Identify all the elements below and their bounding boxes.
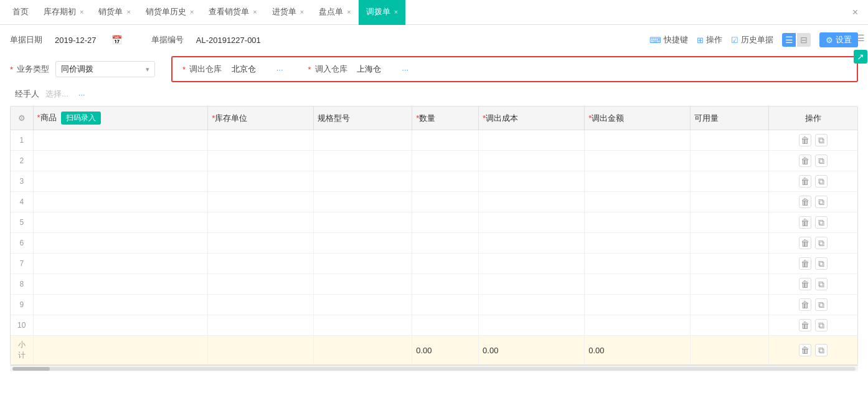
tab-sales-order[interactable]: 销货单 × [91,0,138,25]
cost-cell-9[interactable] [479,295,585,315]
unit-cell-8[interactable] [208,274,314,295]
amount-cell-7[interactable] [585,254,691,274]
spec-cell-8[interactable] [314,274,412,295]
settings-button[interactable]: ⚙ 设置 [819,32,858,47]
spec-cell-3[interactable] [314,171,412,192]
delete-button-3[interactable]: 🗑 [799,175,811,188]
copy-button-5[interactable]: ⧉ [815,216,828,229]
cost-cell-7[interactable] [479,254,585,274]
unit-cell-3[interactable] [208,171,314,192]
amount-cell-2[interactable] [585,151,691,171]
sidebar-list-icon[interactable]: ☰ [854,31,867,45]
sidebar-export-icon[interactable]: ↗ [854,50,867,64]
product-cell-6[interactable] [33,233,208,254]
unit-cell-10[interactable] [208,315,314,336]
spec-cell-5[interactable] [314,212,412,233]
available-cell-4[interactable] [691,192,769,212]
cost-cell-1[interactable] [479,130,585,151]
amount-cell-4[interactable] [585,192,691,212]
unit-cell-6[interactable] [208,233,314,254]
copy-button-6[interactable]: ⧉ [815,237,828,249]
tab-purchase-order[interactable]: 进货单 × [265,0,311,25]
table-settings-header[interactable]: ⚙ [11,107,33,130]
tab-home[interactable]: 首页 [5,0,36,25]
person-more-button[interactable]: ··· [78,90,85,99]
amount-cell-6[interactable] [585,233,691,254]
available-cell-7[interactable] [691,254,769,274]
cost-cell-3[interactable] [479,171,585,192]
amount-cell-10[interactable] [585,315,691,336]
delete-button-1[interactable]: 🗑 [799,134,811,146]
qty-cell-8[interactable] [412,274,479,295]
copy-button-4[interactable]: ⧉ [815,196,828,208]
grid-view-button[interactable]: ⊟ [797,33,811,47]
delete-button-5[interactable]: 🗑 [799,216,811,229]
transfer-in-value[interactable]: 上海仓 [357,64,394,75]
qty-cell-2[interactable] [412,151,479,171]
delete-button-10[interactable]: 🗑 [799,319,811,331]
window-close-button[interactable]: × [847,7,863,18]
product-cell-1[interactable] [33,130,208,151]
tab-close-stocktake[interactable]: × [347,8,351,16]
date-value[interactable]: 2019-12-27 [55,36,97,45]
cost-cell-10[interactable] [479,315,585,336]
cost-cell-8[interactable] [479,274,585,295]
spec-cell-7[interactable] [314,254,412,274]
qty-cell-3[interactable] [412,171,479,192]
unit-cell-1[interactable] [208,130,314,151]
copy-button-1[interactable]: ⧉ [815,134,828,146]
delete-button-11[interactable]: 🗑 [799,344,811,356]
delete-button-6[interactable]: 🗑 [799,237,811,249]
available-cell-3[interactable] [691,171,769,192]
available-cell-5[interactable] [691,212,769,233]
horizontal-scrollbar[interactable] [10,365,858,371]
qty-cell-5[interactable] [412,212,479,233]
copy-button-3[interactable]: ⧉ [815,175,828,188]
spec-cell-6[interactable] [314,233,412,254]
tab-close-purchase-order[interactable]: × [300,8,304,16]
amount-cell-1[interactable] [585,130,691,151]
tab-inventory-init[interactable]: 库存期初 × [36,0,91,25]
operation-button[interactable]: ⊞ 操作 [697,34,722,45]
product-cell-2[interactable] [33,151,208,171]
product-cell-4[interactable] [33,192,208,212]
spec-cell-2[interactable] [314,151,412,171]
scan-button[interactable]: 扫码录入 [61,112,101,125]
available-cell-8[interactable] [691,274,769,295]
copy-button-7[interactable]: ⧉ [815,257,828,270]
copy-button-9[interactable]: ⧉ [815,298,828,311]
person-select[interactable]: 选择... [45,88,68,100]
tab-close-inventory-init[interactable]: × [80,8,83,16]
transfer-out-more-button[interactable]: ··· [276,65,283,74]
unit-cell-7[interactable] [208,254,314,274]
product-cell-8[interactable] [33,274,208,295]
tab-close-sales-order[interactable]: × [126,8,130,16]
product-cell-7[interactable] [33,254,208,274]
tab-sales-history[interactable]: 销货单历史 × [138,0,201,25]
product-cell-9[interactable] [33,295,208,315]
amount-cell-3[interactable] [585,171,691,192]
unit-cell-4[interactable] [208,192,314,212]
copy-button-8[interactable]: ⧉ [815,278,828,290]
tab-stocktake[interactable]: 盘点单 × [311,0,358,25]
unit-cell-5[interactable] [208,212,314,233]
cost-cell-6[interactable] [479,233,585,254]
tab-close-transfer[interactable]: × [394,8,398,16]
cost-cell-4[interactable] [479,192,585,212]
tab-close-sales-history[interactable]: × [190,8,194,16]
amount-cell-9[interactable] [585,295,691,315]
list-view-button[interactable]: ☰ [782,33,796,47]
transfer-in-more-button[interactable]: ··· [402,65,408,74]
delete-button-2[interactable]: 🗑 [799,155,811,167]
amount-cell-8[interactable] [585,274,691,295]
product-cell-3[interactable] [33,171,208,192]
history-button[interactable]: ☑ 历史单据 [731,34,773,45]
cost-cell-5[interactable] [479,212,585,233]
spec-cell-1[interactable] [314,130,412,151]
unit-cell-9[interactable] [208,295,314,315]
calendar-icon[interactable]: 📅 [111,35,122,45]
transfer-out-value[interactable]: 北京仓 [232,64,269,75]
qty-cell-4[interactable] [412,192,479,212]
delete-button-4[interactable]: 🗑 [799,196,811,208]
qty-cell-9[interactable] [412,295,479,315]
